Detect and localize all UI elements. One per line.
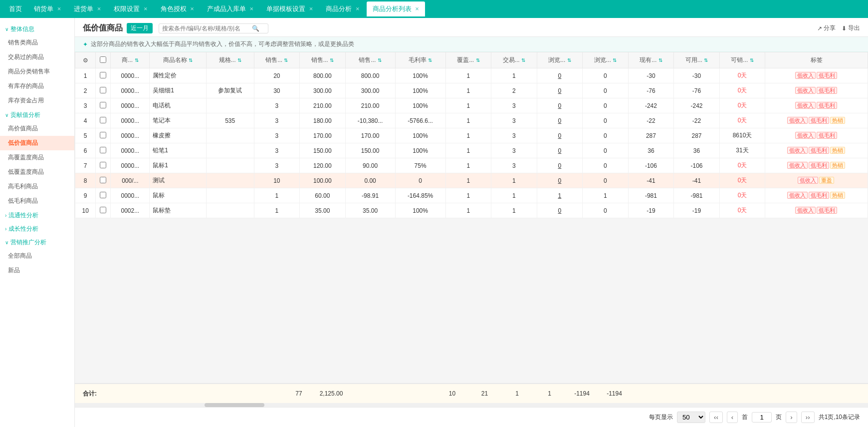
nav-item-6[interactable]: 商品分析 × bbox=[320, 1, 365, 16]
td-checkbox[interactable] bbox=[96, 98, 111, 113]
td-sale-amount: 300.00 bbox=[345, 83, 395, 98]
sidebar-group-contribution[interactable]: ∨ 贡献值分析 bbox=[0, 108, 74, 121]
sidebar-item-high-margin[interactable]: 高毛利商品 bbox=[0, 179, 74, 194]
row-checkbox[interactable] bbox=[100, 207, 106, 213]
prev-page-btn[interactable]: ‹ bbox=[727, 412, 738, 423]
td-checkbox[interactable] bbox=[96, 83, 111, 98]
th-sale-qty[interactable]: 销售... ⇅ bbox=[254, 52, 300, 68]
sidebar-item-sales-goods[interactable]: 销售类商品 bbox=[0, 35, 74, 50]
th-name[interactable]: 商品名称 ⇅ bbox=[150, 52, 207, 68]
th-tags[interactable]: 标签 bbox=[765, 52, 868, 68]
browse1-link[interactable]: 0 bbox=[558, 117, 562, 124]
th-checkbox[interactable] bbox=[96, 52, 111, 68]
browse1-link[interactable]: 0 bbox=[558, 87, 562, 94]
sidebar-item-all-goods[interactable]: 全部商品 bbox=[0, 249, 74, 263]
sidebar-item-stock-goods[interactable]: 有库存的商品 bbox=[0, 79, 74, 93]
browse1-link[interactable]: 0 bbox=[558, 132, 562, 139]
td-sale-qty: 3 bbox=[254, 158, 300, 173]
select-all-checkbox[interactable] bbox=[100, 56, 106, 63]
th-gross-rate[interactable]: 毛利率 ⇅ bbox=[395, 52, 445, 68]
tag-低收入: 低收入 bbox=[795, 207, 816, 214]
nav-item-1[interactable]: 进货单 × bbox=[68, 1, 107, 16]
th-sale-amount[interactable]: 销售... ⇅ bbox=[345, 52, 395, 68]
th-sale-price[interactable]: 销售... ⇅ bbox=[300, 52, 346, 68]
browse1-link[interactable]: 0 bbox=[558, 162, 562, 169]
th-trade[interactable]: 交易... ⇅ bbox=[491, 52, 537, 68]
th-browse2[interactable]: 浏览... ⇅ bbox=[583, 52, 629, 68]
sidebar-group-overall[interactable]: ∨ 整体信息 bbox=[0, 22, 74, 35]
share-btn[interactable]: ↗ 分享 bbox=[817, 24, 836, 32]
row-checkbox[interactable] bbox=[100, 132, 106, 138]
tag-低毛利: 低毛利 bbox=[809, 117, 829, 124]
th-sellable[interactable]: 可销... ⇅ bbox=[719, 52, 765, 68]
th-available[interactable]: 可用... ⇅ bbox=[674, 52, 720, 68]
row-checkbox[interactable] bbox=[100, 192, 106, 198]
first-page-btn[interactable]: ‹‹ bbox=[709, 412, 723, 423]
sidebar-group-growth[interactable]: › 成长性分析 bbox=[0, 222, 74, 235]
sidebar: ∨ 整体信息 销售类商品 交易过的商品 商品分类销售率 有库存的商品 库存资金占… bbox=[0, 18, 75, 427]
next-page-btn[interactable]: › bbox=[786, 412, 797, 423]
sidebar-item-low-margin[interactable]: 低毛利商品 bbox=[0, 194, 74, 208]
td-checkbox[interactable] bbox=[96, 203, 111, 218]
sidebar-item-stock-capital[interactable]: 库存资金占用 bbox=[0, 93, 74, 108]
sidebar-item-low-coverage[interactable]: 低覆盖度商品 bbox=[0, 165, 74, 179]
browse1-link[interactable]: 0 bbox=[558, 147, 562, 154]
search-input[interactable] bbox=[162, 25, 252, 32]
browse1-link[interactable]: 1 bbox=[558, 192, 562, 199]
tag-热销: 热销 bbox=[830, 192, 845, 199]
row-checkbox[interactable] bbox=[100, 147, 106, 153]
th-settings[interactable]: ⚙ bbox=[75, 52, 96, 68]
time-filter-btn[interactable]: 近一月 bbox=[127, 23, 153, 33]
browse1-link[interactable]: 0 bbox=[558, 72, 562, 79]
td-gross-rate: 100% bbox=[395, 203, 445, 218]
export-btn[interactable]: ⬇ 导出 bbox=[842, 24, 860, 32]
td-checkbox[interactable] bbox=[96, 68, 111, 83]
table-row: 4 0000... 笔记本 535 3 180.00 -10,380... -5… bbox=[75, 113, 868, 128]
sidebar-item-traded-goods[interactable]: 交易过的商品 bbox=[0, 50, 74, 64]
sidebar-group-circulation[interactable]: › 流通性分析 bbox=[0, 208, 74, 222]
sidebar-item-high-value[interactable]: 高价值商品 bbox=[0, 121, 74, 136]
nav-item-5[interactable]: 单据模板设置 × bbox=[260, 1, 319, 16]
row-checkbox[interactable] bbox=[100, 87, 106, 93]
search-icon[interactable]: 🔍 bbox=[252, 25, 259, 32]
row-checkbox[interactable] bbox=[100, 177, 106, 183]
th-code[interactable]: 商... ⇅ bbox=[111, 52, 150, 68]
sidebar-item-category-rate[interactable]: 商品分类销售率 bbox=[0, 64, 74, 79]
th-spec[interactable]: 规格... ⇅ bbox=[206, 52, 254, 68]
td-sellable: 0天 bbox=[719, 68, 765, 83]
sidebar-item-new-goods[interactable]: 新品 bbox=[0, 263, 74, 278]
nav-item-7[interactable]: 商品分析列表 × bbox=[367, 1, 425, 16]
page-size-select[interactable]: 50 100 200 bbox=[677, 412, 705, 423]
browse1-link[interactable]: 0 bbox=[558, 177, 562, 184]
sidebar-item-high-coverage[interactable]: 高覆盖度商品 bbox=[0, 150, 74, 165]
sidebar-group-marketing[interactable]: ∨ 营销推广分析 bbox=[0, 235, 74, 249]
last-page-btn[interactable]: ›› bbox=[801, 412, 815, 423]
row-checkbox[interactable] bbox=[100, 117, 106, 123]
browse1-link[interactable]: 0 bbox=[558, 207, 562, 214]
td-code: 0000... bbox=[111, 68, 150, 83]
nav-home[interactable]: 首页 bbox=[4, 1, 27, 16]
row-checkbox[interactable] bbox=[100, 162, 106, 168]
th-coverage[interactable]: 覆盖... ⇅ bbox=[445, 52, 491, 68]
nav-item-4[interactable]: 产成品入库单 × bbox=[201, 1, 259, 16]
total-current: -1194 bbox=[566, 390, 598, 397]
row-checkbox[interactable] bbox=[100, 72, 106, 78]
td-coverage: 1 bbox=[445, 83, 491, 98]
td-checkbox[interactable] bbox=[96, 113, 111, 128]
page-number-input[interactable] bbox=[752, 412, 772, 423]
nav-item-3[interactable]: 角色授权 × bbox=[155, 1, 200, 16]
td-checkbox[interactable] bbox=[96, 128, 111, 143]
td-checkbox[interactable] bbox=[96, 188, 111, 203]
browse1-link[interactable]: 0 bbox=[558, 102, 562, 109]
td-checkbox[interactable] bbox=[96, 173, 111, 188]
td-checkbox[interactable] bbox=[96, 158, 111, 173]
nav-item-2[interactable]: 权限设置 × bbox=[108, 1, 153, 16]
nav-item-0[interactable]: 销货单 × bbox=[28, 1, 67, 16]
th-current[interactable]: 现有... ⇅ bbox=[628, 52, 674, 68]
th-browse1[interactable]: 浏览... ⇅ bbox=[537, 52, 583, 68]
page-title: 低价值商品 bbox=[83, 23, 123, 33]
td-checkbox[interactable] bbox=[96, 143, 111, 158]
td-sale-amount: 0.00 bbox=[345, 173, 395, 188]
row-checkbox[interactable] bbox=[100, 102, 106, 108]
sidebar-item-low-value[interactable]: 低价值商品 bbox=[0, 136, 74, 150]
